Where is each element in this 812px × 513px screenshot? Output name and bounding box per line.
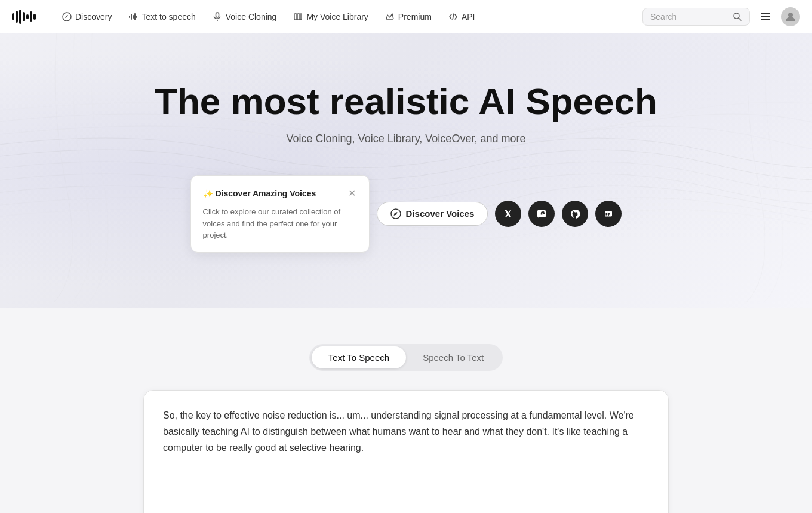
nav-item-tts[interactable]: Text to speech <box>121 8 202 25</box>
avatar[interactable] <box>781 7 800 26</box>
nav-item-discovery[interactable]: Discovery <box>55 8 119 25</box>
svg-rect-6 <box>33 14 36 20</box>
tooltip-header: ✨ Discover Amazing Voices ✕ <box>203 186 357 200</box>
svg-rect-0 <box>12 13 14 20</box>
tts-card: So, the key to effective noise reduction… <box>143 390 669 513</box>
svg-rect-12 <box>134 13 136 20</box>
svg-rect-5 <box>30 11 32 22</box>
github-social-button[interactable] <box>562 201 588 227</box>
svg-rect-11 <box>133 15 134 19</box>
waveform-icon <box>128 12 138 21</box>
library-icon <box>293 12 303 21</box>
logo[interactable] <box>12 8 36 25</box>
svg-rect-3 <box>23 12 25 21</box>
tts-text: So, the key to effective noise reduction… <box>163 407 649 456</box>
tab-stt[interactable]: Speech To Text <box>406 346 500 368</box>
tab-tts[interactable]: Text To Speech <box>312 346 406 368</box>
svg-rect-18 <box>300 14 302 20</box>
svg-marker-26 <box>393 212 397 216</box>
svg-rect-1 <box>16 11 18 23</box>
svg-rect-4 <box>26 14 29 19</box>
svg-line-20 <box>739 18 741 20</box>
hero-background-waves <box>0 33 812 308</box>
nav-item-voice-library[interactable]: My Voice Library <box>286 8 375 25</box>
navbar-right <box>642 7 800 26</box>
hero-subtitle: Voice Cloning, Voice Library, VoiceOver,… <box>36 133 776 145</box>
nav-links: Discovery Text to speech Voice Cloning M… <box>55 8 642 25</box>
search-box[interactable] <box>642 8 750 26</box>
crown-icon <box>385 12 395 21</box>
github-icon <box>570 209 580 219</box>
menu-button[interactable] <box>757 8 774 25</box>
hero-title: The most realistic AI Speech <box>36 81 776 122</box>
nav-item-voice-cloning[interactable]: Voice Cloning <box>205 8 284 25</box>
medium-icon <box>604 209 613 219</box>
discover-voices-button[interactable]: Discover Voices <box>377 202 488 226</box>
tooltip-title: ✨ Discover Amazing Voices <box>203 189 316 198</box>
search-icon <box>733 12 742 21</box>
logo-icon <box>12 8 36 25</box>
x-icon <box>503 209 513 219</box>
discord-social-button[interactable] <box>528 201 555 227</box>
svg-rect-9 <box>129 16 130 18</box>
hero-actions: ✨ Discover Amazing Voices ✕ Click to exp… <box>36 175 776 253</box>
user-icon <box>785 11 796 23</box>
svg-rect-2 <box>19 10 21 24</box>
tooltip-body: Click to explore our curated collection … <box>203 206 357 241</box>
medium-social-button[interactable] <box>595 201 622 227</box>
discord-icon <box>537 209 546 219</box>
svg-point-24 <box>788 13 793 17</box>
x-social-button[interactable] <box>495 201 521 227</box>
svg-rect-16 <box>294 14 297 20</box>
svg-rect-13 <box>136 16 137 18</box>
search-input[interactable] <box>650 12 728 21</box>
hamburger-icon <box>759 11 771 23</box>
api-icon <box>448 12 458 21</box>
svg-rect-17 <box>297 14 300 20</box>
svg-rect-14 <box>216 13 219 17</box>
discover-voices-icon <box>390 208 401 219</box>
tooltip-card: ✨ Discover Amazing Voices ✕ Click to exp… <box>190 175 370 253</box>
main-content: Text To Speech Speech To Text So, the ke… <box>0 308 812 513</box>
tab-switcher: Text To Speech Speech To Text <box>309 344 503 371</box>
hero-section: The most realistic AI Speech Voice Cloni… <box>0 33 812 308</box>
tooltip-close-button[interactable]: ✕ <box>347 186 357 200</box>
svg-marker-8 <box>65 15 68 18</box>
nav-item-api[interactable]: API <box>441 8 482 25</box>
mic-icon <box>213 12 222 21</box>
svg-rect-10 <box>131 14 132 20</box>
compass-icon <box>62 12 72 21</box>
search-submit-button[interactable] <box>733 12 742 21</box>
nav-item-premium[interactable]: Premium <box>378 8 439 25</box>
navbar: Discovery Text to speech Voice Cloning M… <box>0 0 812 33</box>
